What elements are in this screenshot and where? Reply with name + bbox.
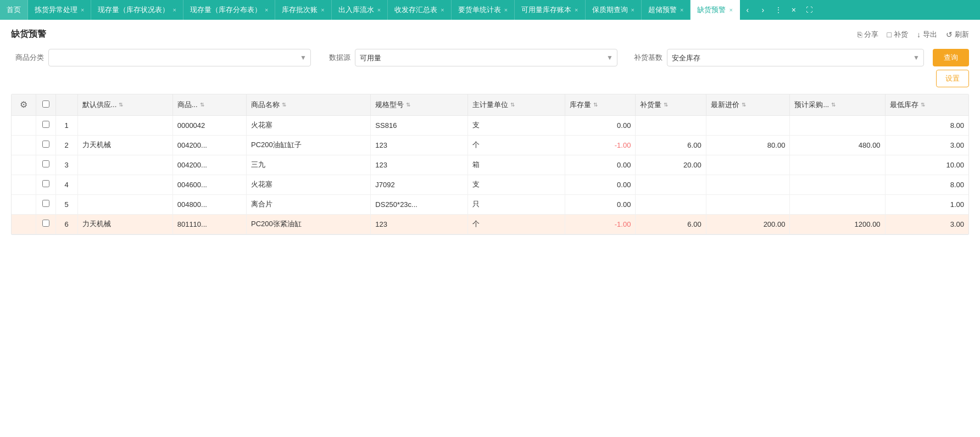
td-checkbox-4 xyxy=(36,194,55,214)
td-stock-qty-3: 0.00 xyxy=(565,175,636,194)
tab-demand-stats[interactable]: 要货单统计表 × xyxy=(452,0,515,20)
tab-overstock[interactable]: 超储预警 × xyxy=(642,0,691,20)
td-min-stock-3: 8.00 xyxy=(885,175,968,194)
tab-window-close-btn[interactable]: × xyxy=(786,0,801,20)
sort-default-supplier-icon[interactable]: ⇅ xyxy=(119,102,123,108)
tab-close-demand-stats[interactable]: × xyxy=(504,7,508,13)
sort-latest-price-icon[interactable]: ⇅ xyxy=(742,102,746,108)
column-settings-icon[interactable]: ⚙ xyxy=(20,100,27,109)
tab-available-ledger[interactable]: 可用量库存账本 × xyxy=(515,0,585,20)
page-header: 缺货预警 ⎘ 分享 □ 补货 ↓ 导出 ↺ 刷新 xyxy=(11,29,969,40)
refresh-button[interactable]: ↺ 刷新 xyxy=(946,30,969,40)
td-rownum-5: 6 xyxy=(55,214,77,234)
row-checkbox-5[interactable] xyxy=(42,220,49,227)
td-replenish-qty-4 xyxy=(636,194,706,214)
sort-stock-qty-icon[interactable]: ⇅ xyxy=(593,102,598,108)
category-select[interactable] xyxy=(48,49,311,66)
sort-spec-icon[interactable]: ⇅ xyxy=(406,102,410,108)
row-checkbox-0[interactable] xyxy=(42,121,49,128)
table-row: 6 力天机械 801110... PC200张紧油缸 123 个 -1.00 6… xyxy=(12,214,968,234)
tab-prev-btn[interactable]: ‹ xyxy=(740,0,755,20)
td-rownum-3: 4 xyxy=(55,175,77,194)
tab-bar: 首页 拣货异常处理 × 现存量（库存状况表） × 现存量（库存分布表） × 库存… xyxy=(0,0,980,20)
td-settings-0 xyxy=(12,115,36,135)
settings-button[interactable]: 设置 xyxy=(936,70,969,87)
td-stock-qty-4: 0.00 xyxy=(565,194,636,214)
td-replenish-qty-3 xyxy=(636,175,706,194)
tab-close-exception[interactable]: × xyxy=(81,7,84,13)
td-rownum-2: 3 xyxy=(55,155,77,175)
td-settings-3 xyxy=(12,175,36,194)
td-checkbox-2 xyxy=(36,155,55,175)
tab-menu-btn[interactable]: ⋮ xyxy=(771,0,786,20)
share-button[interactable]: ⎘ 分享 xyxy=(858,30,878,40)
tab-close-available-ledger[interactable]: × xyxy=(575,7,578,13)
th-product-name: 商品名称 ⇅ xyxy=(247,94,371,115)
header-actions: ⎘ 分享 □ 补货 ↓ 导出 ↺ 刷新 xyxy=(858,30,969,40)
sort-product-name-icon[interactable]: ⇅ xyxy=(282,102,286,108)
td-rownum-1: 2 xyxy=(55,135,77,155)
share-icon: ⎘ xyxy=(858,30,862,39)
row-checkbox-1[interactable] xyxy=(42,141,49,148)
td-supplier-0 xyxy=(77,115,172,135)
row-checkbox-4[interactable] xyxy=(42,200,49,207)
category-filter-label: 商品分类 xyxy=(11,53,44,63)
td-rownum-0: 1 xyxy=(55,115,77,135)
tab-shortage[interactable]: 缺货预警 × xyxy=(691,0,739,20)
tab-home[interactable]: 首页 xyxy=(0,0,28,20)
td-min-stock-2: 10.00 xyxy=(885,155,968,175)
tab-close-overstock[interactable]: × xyxy=(680,7,683,13)
row-checkbox-2[interactable] xyxy=(42,160,49,167)
tab-batch[interactable]: 库存批次账 × xyxy=(275,0,331,20)
td-latest-price-0 xyxy=(706,115,790,135)
td-min-stock-1: 3.00 xyxy=(885,135,968,155)
sort-replenish-qty-icon[interactable]: ⇅ xyxy=(664,102,668,108)
tab-close-expiry[interactable]: × xyxy=(631,7,634,13)
tab-close-inventory-dist[interactable]: × xyxy=(265,7,268,13)
tab-inout-flow[interactable]: 出入库流水 × xyxy=(332,0,388,20)
th-settings: ⚙ xyxy=(12,94,36,115)
select-all-checkbox[interactable] xyxy=(42,100,49,108)
tab-exception[interactable]: 拣货异常处理 × xyxy=(28,0,91,20)
td-product-code-5: 801110... xyxy=(172,214,246,234)
row-checkbox-3[interactable] xyxy=(42,180,49,187)
td-settings-2 xyxy=(12,155,36,175)
td-stock-qty-1: -1.00 xyxy=(565,135,636,155)
tab-close-batch[interactable]: × xyxy=(321,7,324,13)
td-product-code-0: 0000042 xyxy=(172,115,246,135)
td-min-stock-0: 8.00 xyxy=(885,115,968,135)
datasource-select[interactable]: 可用量 xyxy=(355,49,617,66)
tab-recv-summary[interactable]: 收发存汇总表 × xyxy=(388,0,451,20)
sort-estimated-purchase-icon[interactable]: ⇅ xyxy=(831,102,836,108)
td-spec-0: SS816 xyxy=(371,115,468,135)
th-product-code: 商品... ⇅ xyxy=(172,94,246,115)
td-min-stock-4: 1.00 xyxy=(885,194,968,214)
td-latest-price-5: 200.00 xyxy=(706,214,790,234)
td-rownum-4: 5 xyxy=(55,194,77,214)
query-button[interactable]: 查询 xyxy=(933,49,969,66)
td-unit-4: 只 xyxy=(467,194,565,214)
td-checkbox-0 xyxy=(36,115,55,135)
tab-expiry[interactable]: 保质期查询 × xyxy=(586,0,642,20)
td-settings-5 xyxy=(12,214,36,234)
table-header-row: ⚙ 默认供应... ⇅ 商品... xyxy=(12,94,968,115)
th-default-supplier: 默认供应... ⇅ xyxy=(77,94,172,115)
tab-close-inout-flow[interactable]: × xyxy=(377,7,381,13)
th-checkbox xyxy=(36,94,55,115)
table-row: 5 004800... 离合片 DS250*23c... 只 0.00 1.00 xyxy=(12,194,968,214)
tab-inventory-dist[interactable]: 现存量（库存分布表） × xyxy=(183,0,275,20)
replenish-button[interactable]: □ 补货 xyxy=(887,30,908,40)
tab-close-inventory-status[interactable]: × xyxy=(172,7,176,13)
export-button[interactable]: ↓ 导出 xyxy=(917,30,937,40)
tab-next-btn[interactable]: › xyxy=(755,0,771,20)
tab-maximize-btn[interactable]: ⛶ xyxy=(801,0,817,20)
sort-min-stock-icon[interactable]: ⇅ xyxy=(921,102,925,108)
td-stock-qty-0: 0.00 xyxy=(565,115,636,135)
sort-product-code-icon[interactable]: ⇅ xyxy=(200,102,204,108)
replenish-base-select[interactable]: 安全库存 xyxy=(667,49,924,66)
sort-unit-icon[interactable]: ⇅ xyxy=(510,102,515,108)
tab-inventory-status[interactable]: 现存量（库存状况表） × xyxy=(91,0,183,20)
td-replenish-qty-5: 6.00 xyxy=(636,214,706,234)
tab-close-recv-summary[interactable]: × xyxy=(441,7,444,13)
tab-close-shortage[interactable]: × xyxy=(729,7,732,13)
